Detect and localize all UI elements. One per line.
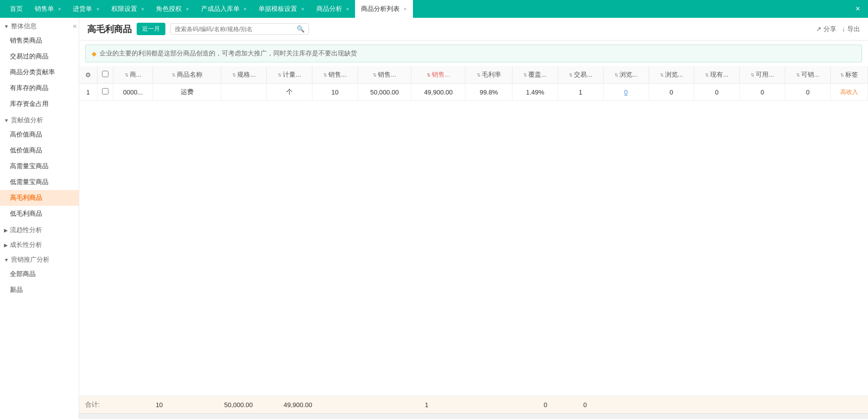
app-close-button[interactable]: ×	[852, 4, 864, 13]
sidebar-item-high-value[interactable]: 高价值商品	[0, 127, 79, 142]
sidebar-item-sales-goods[interactable]: 销售类商品	[0, 33, 79, 48]
sidebar: « ▼ 整体信息 销售类商品 交易过的商品 商品分类贡献率 有库存的商品 库存资…	[0, 18, 79, 419]
search-input[interactable]	[175, 26, 295, 33]
cell-sales-profit: 49,900.00	[411, 84, 465, 101]
sidebar-item-goods-contribution[interactable]: 商品分类贡献率	[0, 64, 79, 80]
footer-spacer1	[328, 401, 367, 409]
nav-close-purchase-order[interactable]: ×	[96, 0, 99, 18]
sidebar-item-high-margin[interactable]: 高毛利商品	[0, 190, 79, 206]
col-sales-amount[interactable]: ⇅销售...	[357, 66, 411, 84]
sidebar-item-new-goods[interactable]: 新品	[0, 282, 79, 298]
sidebar-item-inventory-capital[interactable]: 库存资金占用	[0, 96, 79, 112]
col-unit[interactable]: ⇅计量...	[267, 66, 312, 84]
nav-purchase-order[interactable]: 进货单 ×	[67, 0, 105, 18]
nav-close-product-entry[interactable]: ×	[244, 0, 247, 18]
col-settings[interactable]: ⚙	[79, 66, 97, 84]
sidebar-item-traded-goods[interactable]: 交易过的商品	[0, 48, 79, 64]
sidebar-group-trend-analysis[interactable]: ▶ 流趋性分析	[0, 222, 79, 236]
group-arrow-marketing-analysis: ▼	[4, 257, 9, 263]
nav-close-sales-order[interactable]: ×	[58, 0, 61, 18]
col-browse1[interactable]: ⇅浏览...	[603, 66, 649, 84]
cell-seq: 1	[79, 84, 97, 101]
sidebar-group-growth-analysis[interactable]: ▶ 成长性分析	[0, 236, 79, 251]
nav-close-role-permission[interactable]: ×	[186, 0, 189, 18]
col-margin-rate[interactable]: ⇅毛利率	[465, 66, 512, 84]
col-spec[interactable]: ⇅规格...	[221, 66, 267, 84]
table-header-row: ⚙ ⇅商... ⇅商品名称 ⇅规格... ⇅计量... ⇅销售... ⇅销售..…	[79, 66, 868, 84]
nav-home[interactable]: 首页	[4, 0, 29, 18]
tag-badge: 高收入	[840, 89, 858, 95]
cell-code: 0000...	[113, 84, 153, 101]
sidebar-item-low-value[interactable]: 低价值商品	[0, 142, 79, 158]
row-checkbox[interactable]	[102, 88, 108, 94]
sidebar-item-low-demand[interactable]: 低需量宝商品	[0, 174, 79, 190]
col-sales-qty[interactable]: ⇅销售...	[312, 66, 358, 84]
search-icon[interactable]: 🔍	[297, 25, 305, 33]
select-all-checkbox[interactable]	[102, 71, 108, 77]
nav-product-analysis[interactable]: 商品分析 ×	[310, 0, 355, 18]
sidebar-group-marketing-analysis[interactable]: ▼ 营销推广分析	[0, 251, 79, 266]
footer-cells: 10 50,000.00 49,900.00 1 0 0	[110, 401, 862, 409]
sidebar-item-low-margin[interactable]: 低毛利商品	[0, 206, 79, 222]
col-sales-profit[interactable]: ⇅销售...	[411, 66, 465, 84]
nav-role-permission[interactable]: 角色授权 ×	[150, 0, 195, 18]
table-row: 1 0000... 运费 个 10 50,000.00 49,900.00 99…	[79, 84, 868, 101]
nav-sales-order[interactable]: 销售单 ×	[29, 0, 67, 18]
share-button[interactable]: ↗ 分享	[816, 25, 836, 34]
nav-product-analysis-list[interactable]: 商品分析列表 ×	[355, 0, 412, 18]
col-name[interactable]: ⇅商品名称	[153, 66, 221, 84]
horizontal-scrollbar[interactable]	[79, 413, 868, 419]
cell-spec	[221, 84, 267, 101]
nav-product-entry[interactable]: 产成品入库单 ×	[195, 0, 253, 18]
footer-spacer2	[367, 401, 407, 409]
col-code[interactable]: ⇅商...	[113, 66, 153, 84]
group-arrow-overall-info: ▼	[4, 24, 9, 29]
cell-name: 运费	[153, 84, 221, 101]
sidebar-collapse-button[interactable]: «	[73, 22, 77, 30]
col-transaction[interactable]: ⇅交易...	[558, 66, 604, 84]
cell-unit: 个	[267, 84, 312, 101]
col-tag[interactable]: ⇅标签	[830, 66, 868, 84]
col-sellable[interactable]: ⇅可销...	[785, 66, 830, 84]
sidebar-item-in-stock-goods[interactable]: 有库存的商品	[0, 80, 79, 96]
cell-browse1[interactable]: 0	[603, 84, 649, 101]
cell-browse2: 0	[649, 84, 694, 101]
group-arrow-growth-analysis: ▶	[4, 242, 8, 248]
footer-spacer3	[447, 401, 486, 409]
nav-permission-settings[interactable]: 权限设置 ×	[105, 0, 150, 18]
col-browse2[interactable]: ⇅浏览...	[649, 66, 694, 84]
col-coverage[interactable]: ⇅覆盖...	[512, 66, 558, 84]
sidebar-group-overall-info[interactable]: ▼ 整体信息	[0, 18, 79, 33]
nav-close-product-analysis-list[interactable]: ×	[404, 0, 407, 18]
header-actions: ↗ 分享 ↓ 导出	[816, 25, 861, 34]
info-banner-text: 企业的主要的利润都是这部分商品创造的，可考虑加大推广，同时关注库存是不要出现缺货	[100, 49, 357, 58]
export-icon: ↓	[842, 25, 846, 33]
col-current-stock[interactable]: ⇅现有...	[694, 66, 740, 84]
nav-close-order-template[interactable]: ×	[301, 0, 304, 18]
sidebar-item-high-demand[interactable]: 高需量宝商品	[0, 158, 79, 174]
nav-close-product-analysis[interactable]: ×	[346, 0, 349, 18]
settings-icon: ⚙	[85, 71, 91, 79]
share-icon: ↗	[816, 25, 821, 33]
col-available[interactable]: ⇅可用...	[740, 66, 785, 84]
info-banner: ◆ 企业的主要的利润都是这部分商品创造的，可考虑加大推广，同时关注库存是不要出现…	[85, 45, 862, 62]
export-button[interactable]: ↓ 导出	[842, 25, 861, 34]
page-title: 高毛利商品	[87, 23, 132, 35]
col-checkbox[interactable]	[97, 66, 113, 84]
cell-sales-qty: 10	[312, 84, 358, 101]
browse1-link[interactable]: 0	[624, 89, 628, 96]
cell-sales-amount: 50,000.00	[357, 84, 411, 101]
info-icon: ◆	[92, 50, 97, 57]
content-header: 高毛利商品 近一月 🔍 ↗ 分享 ↓ 导出	[79, 18, 868, 41]
footer-available: 0	[565, 401, 605, 409]
cell-checkbox[interactable]	[97, 84, 113, 101]
sidebar-item-all-goods[interactable]: 全部商品	[0, 266, 79, 282]
footer-sales-amount: 50,000.00	[209, 401, 268, 409]
total-label: 合计:	[85, 400, 100, 409]
footer-totals-bar: 合计: 10 50,000.00 49,900.00 1 0 0	[79, 396, 868, 413]
sidebar-group-value-analysis[interactable]: ▼ 贡献值分析	[0, 112, 79, 127]
cell-sellable: 0	[785, 84, 830, 101]
nav-close-permission-settings[interactable]: ×	[141, 0, 144, 18]
nav-order-template[interactable]: 单据模板设置 ×	[253, 0, 310, 18]
period-button-recent-month[interactable]: 近一月	[137, 23, 165, 35]
